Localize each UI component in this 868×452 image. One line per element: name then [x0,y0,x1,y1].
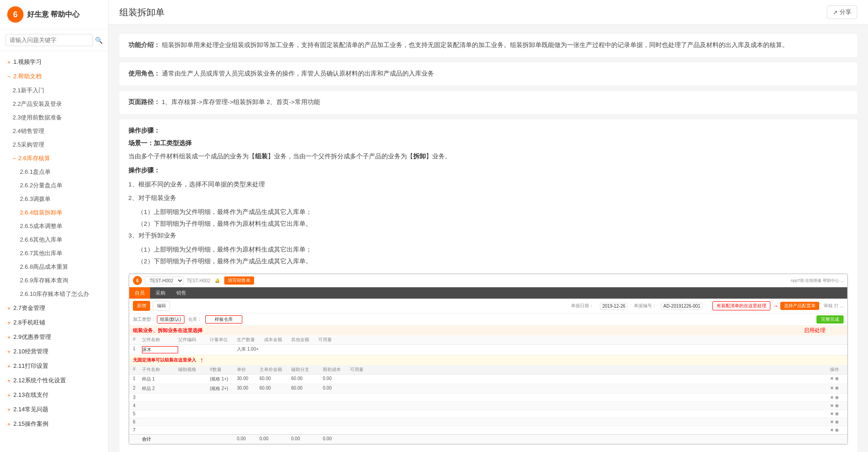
table-row: 1 床木 入库 1.00+ [129,345,847,355]
steps-label: 操作步骤： [128,127,848,135]
nav-group-213[interactable]: + 2.13在线支付 [0,388,108,402]
sidebar-item-21[interactable]: 2.1新手入门 [0,84,108,97]
nav-group-28[interactable]: + 2.8手机旺铺 [0,315,108,330]
app-nav-purchase[interactable]: 采购 [150,287,171,299]
expand-icon-28: + [7,319,11,326]
nav-group-212[interactable]: + 2.12系统个性化设置 [0,373,108,388]
hint2-row: 组装业务、拆卸业务在这里选择 启用处理 [129,326,847,335]
sidebar-item-262[interactable]: 2.6.2分量盘点单 [7,179,108,192]
complete-btn[interactable]: 完整完成 [816,315,844,324]
sidebar-item-265[interactable]: 2.6.5成本调整单 [7,219,108,233]
table-row: 1 样品 1 (规格 1+) 30.00 60.00 60.00 0.00 ✕ … [129,375,847,384]
nav-group-2[interactable]: − 2.帮助文档 [0,69,108,84]
expand-icon-212: + [7,377,11,384]
function-intro-text: 组装拆卸单用来处理企业组装或拆卸等加工业务，支持有固定装配清单的产品加工业务，也… [162,42,788,48]
search-input[interactable] [5,34,93,46]
nav-sub-2: 2.1新手入门 2.2产品安装及登录 2.3使用前数据准备 2.4销售管理 2.… [0,84,108,301]
sidebar-item-24[interactable]: 2.4销售管理 [0,124,108,138]
nav-group-29[interactable]: + 2.9优惠券管理 [0,330,108,344]
toolbar-edit-btn[interactable]: 编辑 [153,301,170,311]
hint2-label: 组装业务、拆卸业务在这里选择 [133,327,203,334]
role-block: 使用角色： 通常由生产人员或库管人员完成拆装业务的操作，库管人员确认原材料的出库… [119,62,857,86]
hint1-label: 有装配清单的在这里处理 [712,301,770,310]
top-bar: 组装拆卸单 ↗ 分享 [108,0,868,25]
nav-list: + 1.视频学习 − 2.帮助文档 2.1新手入门 2.2产品安装及登录 2.3… [0,51,108,452]
expand-icon-214: + [7,406,11,413]
steps-title2: 操作步骤： [128,167,848,175]
select-template-btn[interactable]: 选择产品配置单 [780,302,819,310]
form-date-value: 2019-12-26 [600,303,627,309]
search-box: 🔍 [0,29,108,51]
app-nav-home[interactable]: 自员 [129,287,150,299]
path-label: 页面路径： [128,99,160,105]
app-document-toolbar: 新增 编辑 单据日期： 2019-12-26 单据编号： AD-20191226… [129,299,847,314]
screenshot-container: 6 TEST-H002 TEST-H002 🔔 填写销售单 AppT助 在线维修… [128,273,848,445]
function-intro-label: 功能介绍： [128,42,160,48]
share-button[interactable]: ↗ 分享 [827,5,857,19]
step3-sub2: （2）下部明细为子件明细，最终作为产成品生成其它入库单。 [137,256,848,267]
content-area: 功能介绍： 组装拆卸单用来处理企业组装或拆卸等加工业务，支持有固定装配清单的产品… [108,25,868,452]
type-dropdown [157,323,158,324]
form-orderno-label: 单据编号： [634,303,656,309]
step3-subs: （1）上部明细为父件明细，最终作为原材料生成其它出库单； （2）下部明细为子件明… [128,244,848,267]
table-row-5: 5 ✕ ⊕ [129,410,847,418]
type-select[interactable]: 组装(默认) [157,315,184,324]
nav-group-2-label: 2.帮助文档 [14,72,42,81]
app-new-document-btn[interactable]: 填写销售单 [224,276,254,285]
function-intro-block: 功能介绍： 组装拆卸单用来处理企业组装或拆卸等加工业务，支持有固定装配清单的产品… [119,34,857,57]
sidebar: 6 好生意 帮助中心 🔍 + 1.视频学习 − 2.帮助文档 2.1新手入门 2… [0,0,108,452]
app-screenshot-logo: 6 [133,276,142,285]
nav-group-28-label: 2.8手机旺铺 [14,319,45,327]
sidebar-item-25[interactable]: 2.5采购管理 [0,138,108,152]
path-block: 页面路径： 1、库存核算->库存管理->组装拆卸单 2、首页->常用功能 [119,91,857,114]
bottom-sum-row: 合计 0.00 0.00 0.00 0.00 [129,434,847,444]
sidebar-item-266[interactable]: 2.6.6其他入库单 [7,233,108,247]
expand-icon-213: + [7,392,11,399]
app-icons-bar: 🔔 [215,278,220,283]
collapse-icon-2: − [7,73,11,80]
main-area: 组装拆卸单 ↗ 分享 功能介绍： 组装拆卸单用来处理企业组装或拆卸等加工业务，支… [108,0,868,452]
nav-group-215-label: 2.15操作案例 [14,420,48,428]
logo-icon: 6 [7,6,24,23]
sidebar-item-26[interactable]: − 2.6库存核算 [0,152,108,165]
nav-group-211[interactable]: + 2.11打印设置 [0,359,108,373]
nav-group-1[interactable]: + 1.视频学习 [0,55,108,69]
table-row-4: 4 ✕ ⊕ [129,402,847,410]
scenario1-desc: 当由多个子件材料组装成一个成品的业务为【组装】业务，当由一个父件拆分成多个子产品… [128,151,848,162]
hint3-label: 启用处理 [804,327,826,334]
nav-group-27[interactable]: + 2.7资金管理 [0,301,108,315]
sidebar-item-261[interactable]: 2.6.1盘点单 [7,165,108,179]
nav-group-215[interactable]: + 2.15操作案例 [0,417,108,431]
app-screenshot: 6 TEST-H002 TEST-H002 🔔 填写销售单 AppT助 在线维修… [129,274,848,444]
app-store-select[interactable]: TEST-H002 [145,276,184,285]
expand-icon-210: + [7,348,11,355]
table-row: 2 样品 2 (规格 2+) 30.00 60.00 60.00 0.00 ✕ … [129,384,847,394]
sidebar-item-264[interactable]: 2.6.4组装拆卸单 [7,206,108,219]
sidebar-item-267[interactable]: 2.6.7其他出库单 [7,247,108,260]
expand-icon-1: + [7,59,11,66]
nav-group-1-label: 1.视频学习 [14,58,42,66]
step3: 3、对于拆卸业务 [128,230,848,241]
toolbar-new-btn[interactable]: 新增 [133,301,150,311]
app-nav-sales[interactable]: 销售 [171,287,192,299]
expand-icon-29: + [7,334,11,341]
sidebar-item-269[interactable]: 2.6.9库存账本查询 [7,274,108,287]
nav-group-210[interactable]: + 2.10经营管理 [0,344,108,359]
hint4-label: 无固定清单可以组装在这里录入 [133,357,196,363]
nav-group-212-label: 2.12系统个性化设置 [14,376,66,385]
sidebar-item-23[interactable]: 2.3使用前数据准备 [0,111,108,124]
warehouse-select[interactable]: 样板仓库 [205,315,242,324]
table-row-7: 7 ✕ ⊕ [129,426,847,434]
table1-header: # 父件名称 父件编码 计量单位 生产数量 成本金额 其他金额 可用量 [129,335,847,345]
sidebar-item-268[interactable]: 2.6.8商品成本重算 [7,260,108,274]
form-date-label: 单据日期： [571,303,594,309]
notification-icon: 🔔 [215,278,220,283]
sidebar-item-2610[interactable]: 2.6.10库存账本错了怎么办 [7,287,108,301]
sidebar-item-263[interactable]: 2.6.3调拨单 [7,192,108,206]
search-button[interactable]: 🔍 [95,37,103,44]
role-text: 通常由生产人员或库管人员完成拆装业务的操作，库管人员确认原材料的出库和产成品的入… [162,70,434,77]
sidebar-item-22[interactable]: 2.2产品安装及登录 [0,97,108,111]
nav-group-210-label: 2.10经营管理 [14,347,48,356]
nav-group-214[interactable]: + 2.14常见问题 [0,402,108,417]
hint1-area: 有装配清单的在这里处理 → 选择产品配置单 [712,301,819,310]
